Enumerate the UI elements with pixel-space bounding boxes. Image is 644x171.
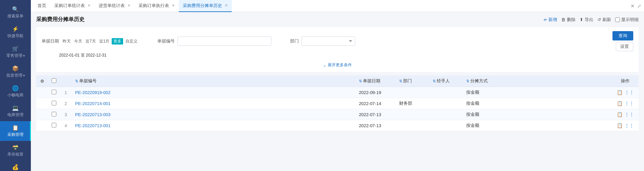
row-docno-3[interactable]: PE-20220713-001 xyxy=(72,120,356,131)
sidebar-item-retail[interactable]: 🛒 零售管理 ▾ xyxy=(0,42,31,62)
chevron-down-icon: ⌄ xyxy=(323,63,326,68)
export-button[interactable]: ⬆ 导出 xyxy=(580,17,593,23)
row-date-1: 2022-07-14 xyxy=(356,98,396,109)
row-select-0[interactable] xyxy=(52,90,56,94)
sidebar-item-search[interactable]: 🔍 搜索菜单 xyxy=(0,3,31,22)
sidebar-item-purchase[interactable]: 📋 采购管理 xyxy=(0,121,31,141)
row-edit-icon-3[interactable]: 📋 xyxy=(617,123,623,128)
shortcut-7days[interactable]: 近7天 xyxy=(85,38,97,45)
refresh-button[interactable]: ↺ 刷新 xyxy=(597,17,611,23)
search-icon: 🔍 xyxy=(1,6,30,12)
th-docno[interactable]: ⇅ 单据编号 xyxy=(72,75,356,87)
dept-select[interactable] xyxy=(302,36,355,46)
row-handler-3 xyxy=(429,120,463,131)
row-checkbox-2[interactable] xyxy=(48,109,60,120)
ecom-icon: 💻 xyxy=(1,105,30,111)
th-date[interactable]: ⇅ 单据日期 xyxy=(356,75,396,87)
row-more-icon-0[interactable]: ⋮⋮ xyxy=(625,90,634,95)
sidebar-item-ecom[interactable]: 💻 电商管理 xyxy=(0,101,31,121)
export-icon: ⬆ xyxy=(580,17,583,22)
tab-bar: 首页 采购订单统计表 ✕ 进货单统计表 ✕ 采购订单执行表 ✕ 采购费用分摊单历… xyxy=(31,0,644,12)
chevron-down-icon: ▾ xyxy=(23,74,25,77)
row-dept-2 xyxy=(396,109,429,120)
sidebar-item-wholesale[interactable]: 📦 批发管理 ▾ xyxy=(0,62,31,82)
row-checkbox-1[interactable] xyxy=(48,98,60,109)
table-row: 4 PE-20220713-001 2022-07-13 按金额 📋 ⋮⋮ xyxy=(36,120,639,131)
row-settings-2 xyxy=(36,109,48,120)
add-button[interactable]: ＋ + 新增 xyxy=(542,17,557,23)
tab-purchase-goods-stat[interactable]: 进货单统计表 ✕ xyxy=(95,0,135,12)
shortcut-custom[interactable]: 自定义 xyxy=(124,38,139,45)
close-tab-purchase-order-stat[interactable]: ✕ xyxy=(88,3,91,8)
ecom-small-icon: 🌐 xyxy=(1,85,30,91)
sidebar-item-label-text: 零售管理 xyxy=(6,53,22,59)
docno-filter-group: 单据编号 xyxy=(157,36,271,46)
row-more-icon-2[interactable]: ⋮⋮ xyxy=(625,112,634,117)
maximize-window-icon[interactable]: ⤢ xyxy=(637,3,641,9)
row-edit-icon-2[interactable]: 📋 xyxy=(617,112,623,117)
show-detail-checkbox-label[interactable]: 显示明细 xyxy=(615,17,639,23)
row-edit-icon-0[interactable]: 📋 xyxy=(617,90,623,95)
row-docno-2[interactable]: PE-20220713-003 xyxy=(72,109,356,120)
row-docno-1[interactable]: PE-20220714-001 xyxy=(72,98,356,109)
tab-purchase-cost-history[interactable]: 采购费用分摊单历史 ✕ xyxy=(179,0,232,12)
sort-icon-date: ⇅ xyxy=(359,79,362,83)
row-select-2[interactable] xyxy=(52,112,56,116)
delete-button[interactable]: 🗑 删除 xyxy=(561,17,576,23)
shortcut-more[interactable]: 更多 xyxy=(112,38,123,45)
tab-home[interactable]: 首页 xyxy=(34,0,50,12)
docno-link-3[interactable]: PE-20220713-001 xyxy=(75,123,111,128)
docno-input[interactable] xyxy=(177,36,271,46)
sort-icon-method: ⇅ xyxy=(466,79,469,83)
docno-link-0[interactable]: PE-20220919-002 xyxy=(75,90,111,95)
setting-button[interactable]: 设置 xyxy=(616,42,633,51)
row-method-3: 按金额 xyxy=(463,120,612,131)
date-shortcuts: 昨天 今天 近7天 近1月 更多 自定义 xyxy=(62,38,139,45)
date-filter-label: 单据日期 xyxy=(42,38,59,44)
docno-link-2[interactable]: PE-20220713-003 xyxy=(75,112,111,117)
filter-row-1: 单据日期 昨天 今天 近7天 近1月 更多 自定义 单据编号 xyxy=(42,31,633,51)
sidebar-item-shortcut[interactable]: ⚡ 快捷导航 xyxy=(0,22,31,42)
close-tab-purchase-goods-stat[interactable]: ✕ xyxy=(127,3,130,8)
sidebar-item-inventory[interactable]: 🗃️ 库存核算 xyxy=(0,141,31,161)
row-handler-0 xyxy=(429,87,463,98)
sort-icon-dept: ⇅ xyxy=(399,79,402,83)
table-row: 1 PE-20220919-002 2022-09-19 按金额 📋 ⋮⋮ xyxy=(36,87,639,98)
row-docno-0[interactable]: PE-20220919-002 xyxy=(72,87,356,98)
close-window-icon[interactable]: ✕ xyxy=(631,3,635,9)
th-method[interactable]: ⇅ 分摊方式 xyxy=(463,75,612,87)
page-title: 采购费用分摊单历史 xyxy=(36,16,85,23)
th-dept[interactable]: ⇅ 部门 xyxy=(396,75,429,87)
close-tab-purchase-order-exec[interactable]: ✕ xyxy=(172,3,175,8)
row-edit-icon-1[interactable]: 📋 xyxy=(617,101,623,106)
filter-row-date-range: 2022-01-01 至 2022-12-31 xyxy=(42,53,633,58)
row-more-icon-3[interactable]: ⋮⋮ xyxy=(625,123,634,128)
shortcut-today[interactable]: 今天 xyxy=(73,38,83,45)
tab-purchase-order-exec[interactable]: 采购订单执行表 ✕ xyxy=(135,0,179,12)
chevron-down-icon: ▾ xyxy=(23,54,25,58)
refresh-icon: ↺ xyxy=(597,17,601,22)
close-tab-purchase-cost-history[interactable]: ✕ xyxy=(225,3,228,8)
row-select-1[interactable] xyxy=(52,101,56,105)
shortcut-yesterday[interactable]: 昨天 xyxy=(62,38,72,45)
row-checkbox-3[interactable] xyxy=(48,120,60,131)
th-settings[interactable]: ⚙ xyxy=(36,75,48,87)
row-more-icon-1[interactable]: ⋮⋮ xyxy=(625,101,634,106)
table-body: 1 PE-20220919-002 2022-09-19 按金额 📋 ⋮⋮ 2 … xyxy=(36,87,639,131)
shortcut-1month[interactable]: 近1月 xyxy=(98,38,111,45)
row-checkbox-0[interactable] xyxy=(48,87,60,98)
tab-purchase-order-stat[interactable]: 采购订单统计表 ✕ xyxy=(50,0,95,12)
table-row: 2 PE-20220714-001 2022-07-14 财务部 按金额 📋 ⋮… xyxy=(36,98,639,109)
select-all-checkbox[interactable] xyxy=(52,78,56,83)
sidebar-item-label: 采购管理 xyxy=(7,132,23,137)
th-handler[interactable]: ⇅ 经手人 xyxy=(429,75,463,87)
row-select-3[interactable] xyxy=(52,123,56,127)
expand-more-btn[interactable]: ⌄ 展开更多条件 xyxy=(323,62,352,68)
show-detail-checkbox[interactable] xyxy=(615,17,620,22)
query-button[interactable]: 查询 xyxy=(612,31,633,40)
table-row: 3 PE-20220713-003 2022-07-13 按金额 📋 ⋮⋮ xyxy=(36,109,639,120)
sidebar-item-finance[interactable]: 💰 资金管理 xyxy=(0,161,31,171)
page-body: 采购费用分摊单历史 ＋ + 新增 🗑 删除 ⬆ 导出 ↺ 刷新 xyxy=(31,12,644,171)
sidebar-item-ecom-small[interactable]: 🌐 小畅电商 xyxy=(0,82,31,101)
docno-link-1[interactable]: PE-20220714-001 xyxy=(75,101,111,106)
